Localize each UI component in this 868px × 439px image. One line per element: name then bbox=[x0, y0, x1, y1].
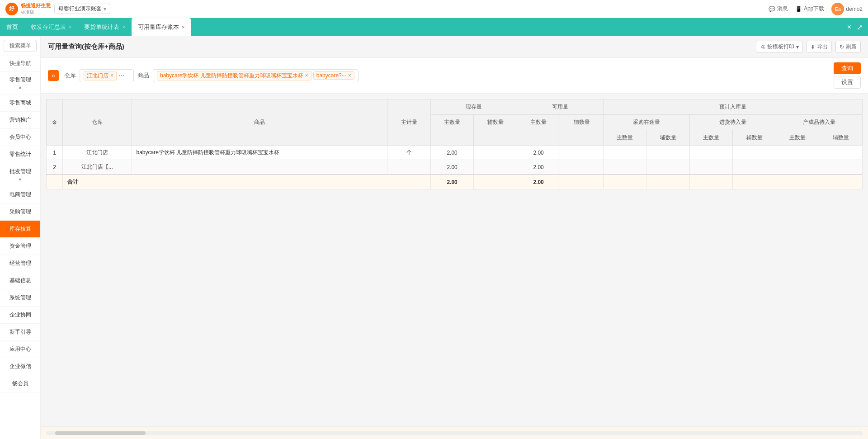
sidebar-item-basic-info[interactable]: 基础信息 bbox=[0, 272, 40, 289]
cell-avail-aux bbox=[560, 146, 604, 160]
remove-warehouse-tag-icon[interactable]: × bbox=[110, 72, 113, 79]
sidebar-item-enterprise-wechat[interactable]: 企业微信 bbox=[0, 358, 40, 375]
sidebar-item-purchase-mgmt[interactable]: 采购管理 bbox=[0, 203, 40, 221]
store-selector[interactable]: 母婴行业演示账套 ▾ bbox=[54, 4, 110, 14]
logo-area: 好 畅捷通好生意 标准版 bbox=[5, 2, 51, 15]
product-tag-1[interactable]: babycare学饮杯 儿童防摔防撞吸管杯重力球吸嘴杯宝宝水杯 × bbox=[157, 71, 311, 80]
product-label: 商品 bbox=[137, 71, 149, 80]
summary-label-cell bbox=[47, 175, 63, 189]
settings-button[interactable]: 设置 bbox=[834, 76, 861, 89]
refresh-button[interactable]: ↻ 刷新 bbox=[835, 41, 861, 53]
summary-pur-main bbox=[603, 175, 646, 189]
cell-product bbox=[132, 160, 387, 175]
cell-inb-main bbox=[689, 146, 733, 160]
logo-icon: 好 bbox=[5, 3, 18, 15]
th-settings[interactable]: ⚙ bbox=[47, 99, 63, 146]
query-button[interactable]: 查询 bbox=[834, 62, 861, 74]
th-avail-main-qty: 主数量 bbox=[517, 115, 560, 130]
close-tab-icon[interactable]: × bbox=[182, 24, 184, 30]
app-download-button[interactable]: 📱 App下载 bbox=[795, 5, 824, 13]
th-pur-aux: 辅数量 bbox=[646, 130, 690, 146]
sidebar-search-area: 搜索菜单 bbox=[0, 36, 40, 56]
filter-expand-button[interactable]: » bbox=[48, 70, 59, 81]
th-main-unit: 主计量 bbox=[387, 99, 431, 146]
warehouse-more-icon[interactable]: ··· bbox=[118, 71, 124, 80]
sidebar-item-retail-mgmt[interactable]: 零售管理 ▲ bbox=[0, 71, 40, 94]
fullscreen-button[interactable]: ⤢ bbox=[855, 21, 864, 33]
th-pur-main: 主数量 bbox=[603, 130, 646, 146]
table-row: 2 江北门店【... 2.00 2.00 bbox=[47, 160, 863, 175]
cell-avail-aux bbox=[560, 160, 604, 175]
tab-order-stats[interactable]: 要货单统计表 × bbox=[78, 18, 131, 36]
cell-current-aux bbox=[474, 146, 517, 160]
th-inb-main: 主数量 bbox=[689, 130, 733, 146]
close-all-tabs-button[interactable]: × bbox=[845, 21, 853, 33]
sidebar-item-app-center[interactable]: 应用中心 bbox=[0, 341, 40, 358]
message-icon: 💬 bbox=[769, 6, 775, 12]
table-container: ⚙ 仓库 商品 主计量 现存量 可用量 预计入库量 主数量 辅数量 主数量 辅数… bbox=[41, 94, 868, 426]
th-inbound-pending: 进货待入量 bbox=[689, 115, 776, 130]
main-layout: 搜索菜单 快捷导航 零售管理 ▲ 零售商城 营销推广 会员中心 零售统计 批发管… bbox=[0, 36, 868, 439]
cell-avail-main: 2.00 bbox=[517, 146, 560, 160]
product-tag-2[interactable]: babycare?··· × bbox=[313, 71, 354, 80]
remove-product-tag2-icon[interactable]: × bbox=[348, 72, 351, 79]
sidebar-item-retail-mall[interactable]: 零售商城 bbox=[0, 94, 40, 112]
data-table: ⚙ 仓库 商品 主计量 现存量 可用量 预计入库量 主数量 辅数量 主数量 辅数… bbox=[46, 99, 863, 189]
expand-icon: ▲ bbox=[18, 85, 23, 90]
sidebar-item-finance-mgmt[interactable]: 资金管理 bbox=[0, 238, 40, 255]
sidebar-item-vip-member[interactable]: 畅会员 bbox=[0, 375, 40, 392]
message-button[interactable]: 💬 消息 bbox=[769, 5, 788, 13]
print-button[interactable]: 🖨 按模板打印 ▾ bbox=[756, 41, 803, 53]
cell-avail-main: 2.00 bbox=[517, 160, 560, 175]
sidebar-item-ecommerce-mgmt[interactable]: 电商管理 bbox=[0, 186, 40, 203]
tab-available-stock[interactable]: 可用量库存账本 × bbox=[132, 18, 191, 36]
sidebar-item-wholesale-mgmt[interactable]: 批发管理 ▲ bbox=[0, 163, 40, 186]
cell-pur-aux bbox=[646, 160, 690, 175]
summary-inb-main bbox=[689, 175, 733, 189]
product-filter-field[interactable]: babycare学饮杯 儿童防摔防撞吸管杯重力球吸嘴杯宝宝水杯 × babyca… bbox=[153, 69, 359, 82]
close-tab-icon[interactable]: × bbox=[69, 24, 71, 30]
nav-tabs-bar: 首页 收发存汇总表 × 要货单统计表 × 可用量库存账本 × × ⤢ bbox=[0, 18, 868, 36]
horizontal-scrollbar-thumb[interactable] bbox=[55, 431, 146, 435]
cell-inb-aux bbox=[733, 146, 776, 160]
sidebar-item-enterprise-coop[interactable]: 企业协同 bbox=[0, 307, 40, 324]
cell-current-main: 2.00 bbox=[430, 146, 474, 160]
sidebar-item-retail-stats[interactable]: 零售统计 bbox=[0, 146, 40, 163]
remove-product-tag1-icon[interactable]: × bbox=[305, 72, 308, 79]
warehouse-tag[interactable]: 江北门店 × bbox=[84, 71, 117, 80]
sidebar-item-system-mgmt[interactable]: 系统管理 bbox=[0, 289, 40, 307]
th-purchase-in-transit: 采购在途量 bbox=[603, 115, 689, 130]
tab-home[interactable]: 首页 bbox=[0, 18, 24, 36]
table-row: 1 江北门店 babycare学饮杯 儿童防摔防撞吸管杯重力球吸嘴杯宝宝水杯 个… bbox=[47, 146, 863, 160]
warehouse-filter-field[interactable]: 江北门店 × ··· bbox=[80, 69, 134, 82]
cell-warehouse: 江北门店【... bbox=[63, 160, 132, 175]
logo-text: 畅捷通好生意 标准版 bbox=[21, 2, 51, 15]
horizontal-scrollbar-track[interactable] bbox=[46, 431, 863, 435]
th-current-aux-qty: 辅数量 bbox=[474, 115, 517, 130]
sidebar-item-marketing[interactable]: 营销推广 bbox=[0, 112, 40, 129]
summary-fin-aux bbox=[819, 175, 863, 189]
tab-receive-summary[interactable]: 收发存汇总表 × bbox=[24, 18, 78, 36]
sidebar-item-ops-mgmt[interactable]: 经营管理 bbox=[0, 255, 40, 272]
summary-row: 合计 2.00 2.00 bbox=[47, 175, 863, 189]
th-expected-inbound: 预计入库量 bbox=[603, 99, 862, 115]
cell-current-aux bbox=[474, 160, 517, 175]
search-menu-button[interactable]: 搜索菜单 bbox=[4, 40, 37, 52]
export-button[interactable]: ⬇ 导出 bbox=[807, 41, 832, 53]
cell-pur-aux bbox=[646, 146, 690, 160]
filter-bar: » 仓库 江北门店 × ··· 商品 babycare学饮杯 儿童防摔防撞吸管杯… bbox=[41, 58, 868, 94]
page-header: 可用量查询(按仓库+商品) 🖨 按模板打印 ▾ ⬇ 导出 ↻ 刷新 bbox=[41, 36, 868, 58]
sidebar-item-inventory-check[interactable]: 库存核算 bbox=[0, 221, 40, 238]
close-tab-icon[interactable]: × bbox=[122, 24, 125, 30]
sidebar-item-member-center[interactable]: 会员中心 bbox=[0, 129, 40, 146]
warehouse-label: 仓库 bbox=[64, 71, 76, 80]
user-profile[interactable]: Ea demo2 bbox=[831, 3, 863, 15]
cell-fin-main bbox=[776, 160, 819, 175]
th-fin-aux: 辅数量 bbox=[819, 130, 863, 146]
quick-nav-button[interactable]: 快捷导航 bbox=[0, 56, 40, 71]
sidebar-item-new-guide[interactable]: 新手引导 bbox=[0, 324, 40, 341]
footer-bar bbox=[41, 426, 868, 439]
top-bar: 好 畅捷通好生意 标准版 母婴行业演示账套 ▾ 💬 消息 📱 App下载 Ea … bbox=[0, 0, 868, 18]
th-product: 商品 bbox=[132, 99, 387, 146]
summary-current-main: 2.00 bbox=[430, 175, 474, 189]
